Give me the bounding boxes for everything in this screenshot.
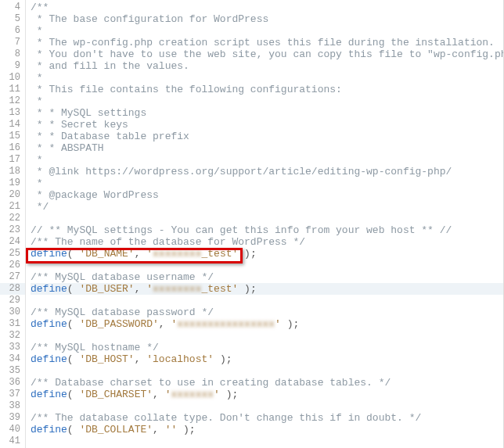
line-number: 30	[0, 306, 25, 318]
code-line[interactable]: /** MySQL database username */	[31, 271, 503, 283]
code-token: */	[31, 201, 49, 213]
code-line[interactable]	[31, 400, 503, 412]
code-line[interactable]: * * MySQL settings	[31, 107, 503, 119]
line-number: 8	[0, 48, 25, 60]
code-line[interactable]	[31, 435, 503, 447]
code-token: _test'	[201, 248, 238, 260]
code-editor[interactable]: 4567891011121314151617181920212223242526…	[0, 0, 504, 448]
code-token: 'DB_USER'	[79, 283, 134, 295]
code-line[interactable]: define( 'DB_USER', 'xxxxxxxx_test' );	[31, 283, 503, 295]
code-line[interactable]: * The wp-config.php creation script uses…	[31, 37, 503, 48]
line-number: 6	[0, 25, 25, 37]
line-number: 16	[0, 142, 25, 154]
code-line[interactable]: /** Database charset to use in creating …	[31, 377, 503, 389]
code-token: * and fill in the values.	[31, 60, 189, 72]
code-line[interactable]: /** The name of the database for WordPre…	[31, 236, 503, 248]
line-number: 4	[0, 2, 25, 13]
code-line[interactable]: * @package WordPress	[31, 189, 503, 201]
code-token: );	[177, 424, 195, 435]
code-line[interactable]: define( 'DB_HOST', 'localhost' );	[31, 353, 503, 365]
line-number: 17	[0, 154, 25, 166]
code-token: define	[31, 424, 67, 435]
code-token: '	[275, 318, 281, 330]
line-number: 13	[0, 107, 25, 119]
code-line[interactable]	[31, 295, 503, 306]
code-token: ,	[159, 318, 171, 330]
code-token: *	[31, 177, 43, 189]
code-token: * * Secret keys	[31, 119, 128, 131]
line-number: 7	[0, 37, 25, 48]
code-token: ,	[135, 283, 147, 295]
code-token: // ** MySQL settings - You can get this …	[31, 224, 452, 236]
line-number: 23	[0, 224, 25, 236]
code-token: 'DB_NAME'	[79, 248, 134, 260]
code-token: );	[281, 318, 299, 330]
code-line[interactable]: define( 'DB_CHARSET', 'xxxxxxx' );	[31, 389, 503, 400]
code-line[interactable]: * You don't have to use the web site, yo…	[31, 48, 503, 60]
code-line[interactable]: * * Database table prefix	[31, 131, 503, 142]
line-number: 33	[0, 342, 25, 353]
code-token: define	[31, 318, 67, 330]
line-number: 37	[0, 389, 25, 400]
code-token: ,	[135, 248, 147, 260]
code-line[interactable]: /**	[31, 2, 503, 13]
code-line[interactable]: // ** MySQL settings - You can get this …	[31, 224, 503, 236]
code-line[interactable]: */	[31, 201, 503, 213]
code-token: '	[214, 389, 220, 400]
code-token: 'DB_PASSWORD'	[79, 318, 158, 330]
code-token: '	[146, 283, 153, 295]
code-token: xxxxxxx	[171, 389, 214, 400]
code-token: 'DB_CHARSET'	[79, 389, 153, 400]
code-line[interactable]: *	[31, 25, 503, 37]
line-number: 41	[0, 435, 25, 447]
code-line[interactable]: /** MySQL hostname */	[31, 342, 503, 353]
line-number: 24	[0, 236, 25, 248]
code-token: 'DB_HOST'	[79, 353, 134, 365]
code-token: define	[31, 389, 67, 400]
line-number: 9	[0, 60, 25, 72]
code-token: /** Database charset to use in creating …	[31, 377, 391, 389]
code-line[interactable]: * * Secret keys	[31, 119, 503, 131]
code-token: /** MySQL database password */	[31, 306, 214, 318]
line-number: 10	[0, 72, 25, 84]
code-content[interactable]: /** * The base configuration for WordPre…	[26, 0, 503, 448]
code-line[interactable]: * * ABSPATH	[31, 142, 503, 154]
code-token: *	[31, 25, 43, 37]
line-number: 29	[0, 295, 25, 306]
line-number: 36	[0, 377, 25, 389]
code-line[interactable]: define( 'DB_PASSWORD', 'xxxxxxxxxxxxxxxx…	[31, 318, 503, 330]
code-line[interactable]: /** MySQL database password */	[31, 306, 503, 318]
code-token: /**	[31, 2, 49, 13]
code-token: (	[67, 248, 80, 260]
code-token: (	[67, 318, 80, 330]
code-token: );	[238, 248, 256, 260]
code-token: '	[146, 248, 153, 260]
line-number: 31	[0, 318, 25, 330]
code-token: );	[220, 389, 238, 400]
code-line[interactable]: *	[31, 72, 503, 84]
code-line[interactable]	[31, 260, 503, 271]
line-number: 18	[0, 166, 25, 177]
code-token: );	[214, 353, 232, 365]
code-line[interactable]: *	[31, 95, 503, 107]
code-token: * The wp-config.php creation script uses…	[31, 37, 495, 48]
code-line[interactable]	[31, 365, 503, 377]
code-line[interactable]	[31, 330, 503, 342]
code-line[interactable]: define( 'DB_COLLATE', '' );	[31, 424, 503, 435]
code-line[interactable]: *	[31, 154, 503, 166]
line-number: 15	[0, 131, 25, 142]
code-token: * The base configuration for WordPress	[31, 13, 268, 25]
code-line[interactable]: /** The database collate type. Don't cha…	[31, 412, 503, 424]
line-number: 25	[0, 248, 25, 260]
code-token: define	[31, 283, 67, 295]
code-line[interactable]: define( 'DB_NAME', 'xxxxxxxx_test' );	[31, 248, 503, 260]
code-line[interactable]: * and fill in the values.	[31, 60, 503, 72]
code-token: *	[31, 72, 43, 84]
code-line[interactable]	[31, 213, 503, 224]
code-line[interactable]: *	[31, 177, 503, 189]
code-line[interactable]: * @link https://wordpress.org/support/ar…	[31, 166, 503, 177]
line-number: 19	[0, 177, 25, 189]
code-line[interactable]: * This file contains the following confi…	[31, 84, 503, 95]
code-token: _test'	[201, 283, 238, 295]
code-line[interactable]: * The base configuration for WordPress	[31, 13, 503, 25]
